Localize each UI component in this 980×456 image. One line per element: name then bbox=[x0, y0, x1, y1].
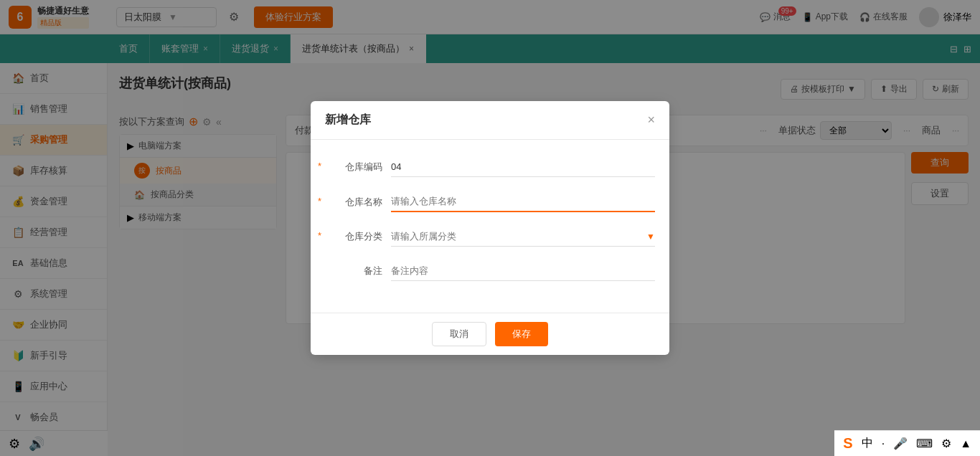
modal-header: 新增仓库 × bbox=[311, 101, 669, 140]
save-button[interactable]: 保存 bbox=[495, 322, 548, 346]
new-warehouse-modal: 新增仓库 × 仓库编码 仓库名称 仓库分类 ▼ bbox=[311, 101, 669, 355]
note-label: 备注 bbox=[325, 265, 382, 277]
note-input[interactable] bbox=[391, 261, 655, 281]
s-icon[interactable]: S bbox=[843, 435, 852, 452]
mic-icon[interactable]: 🎤 bbox=[893, 437, 908, 450]
bottom-bar: S 中 · 🎤 ⌨ ⚙ ▲ bbox=[834, 430, 980, 456]
category-select-wrapper[interactable]: ▼ bbox=[391, 227, 655, 247]
form-row-category: 仓库分类 ▼ bbox=[325, 227, 655, 247]
name-label: 仓库名称 bbox=[325, 196, 382, 209]
code-input[interactable] bbox=[391, 157, 655, 177]
name-input[interactable] bbox=[391, 191, 655, 212]
dot-icon: · bbox=[882, 437, 885, 450]
chinese-icon[interactable]: 中 bbox=[862, 436, 873, 451]
modal-footer: 取消 保存 bbox=[311, 313, 669, 355]
chevron-up-icon[interactable]: ▲ bbox=[960, 437, 971, 450]
category-label: 仓库分类 bbox=[325, 230, 382, 243]
form-row-name: 仓库名称 bbox=[325, 191, 655, 212]
code-label: 仓库编码 bbox=[325, 161, 382, 174]
cancel-button[interactable]: 取消 bbox=[432, 322, 486, 346]
modal-close-button[interactable]: × bbox=[647, 113, 655, 128]
category-input[interactable] bbox=[391, 231, 646, 242]
modal-title: 新增仓库 bbox=[325, 113, 371, 128]
modal-overlay: 新增仓库 × 仓库编码 仓库名称 仓库分类 ▼ bbox=[0, 0, 980, 456]
keyboard-icon[interactable]: ⌨ bbox=[916, 437, 933, 450]
dropdown-arrow-icon: ▼ bbox=[646, 232, 655, 242]
settings-bottom-icon[interactable]: ⚙ bbox=[941, 437, 951, 450]
form-row-code: 仓库编码 bbox=[325, 157, 655, 177]
form-row-note: 备注 bbox=[325, 261, 655, 281]
modal-body: 仓库编码 仓库名称 仓库分类 ▼ 备注 bbox=[311, 140, 669, 313]
